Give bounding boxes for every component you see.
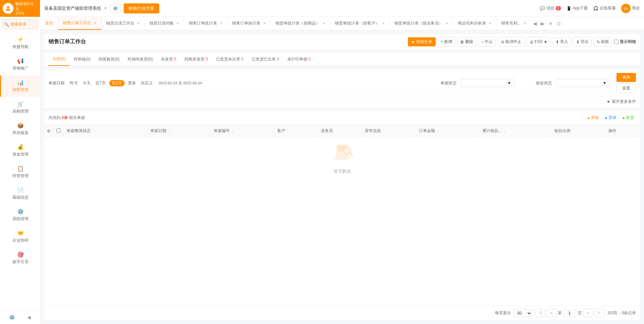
tab-order-stats[interactable]: 销售订单统计表 ✕ bbox=[184, 17, 227, 30]
show-detail-checkbox[interactable]: 显示明细 bbox=[614, 39, 636, 45]
page-size-select[interactable]: 50 100 200 bbox=[514, 309, 532, 317]
sidebar-item-operations[interactable]: 📋 经营管理 bbox=[0, 161, 40, 183]
status-select[interactable]: ▼ bbox=[461, 79, 514, 87]
tab-close-profit-analysis[interactable]: ✕ bbox=[489, 22, 491, 25]
sort-number-icon[interactable]: ↕ bbox=[232, 129, 233, 133]
date-custom[interactable]: 自定义 bbox=[139, 80, 154, 87]
user-item[interactable]: Ea 用友 bbox=[621, 4, 640, 13]
sort-collected-icon[interactable]: ↕ bbox=[504, 129, 506, 133]
system-dropdown-icon[interactable]: ▼ bbox=[104, 6, 107, 10]
filter-tab-shipped-out[interactable]: 已发货已出库 0 bbox=[248, 53, 283, 66]
sidebar-item-newbie[interactable]: 🎯 新手引导 bbox=[0, 247, 40, 269]
date-today[interactable]: 今天 bbox=[81, 80, 92, 87]
sort-date-icon[interactable]: ↕ bbox=[168, 129, 170, 133]
tab-cash-daily[interactable]: 钱货日清工作台 ✕ bbox=[101, 17, 145, 30]
tab-close-reconcile[interactable]: ✕ bbox=[176, 22, 179, 25]
tab-close-ship-stats-customer[interactable]: ✕ bbox=[382, 22, 385, 25]
print-button[interactable]: 🖨 打印 ▼ bbox=[526, 37, 551, 47]
message-item[interactable]: 💬 消息 6 bbox=[540, 5, 561, 11]
date-more[interactable]: 更多 bbox=[127, 80, 137, 87]
delete-button[interactable]: 🗑 删除 bbox=[457, 37, 476, 47]
sidebar-item-finance[interactable]: 💰 资金管理 bbox=[0, 140, 40, 161]
sidebar-item-basic-info[interactable]: 📄 基础信息 bbox=[0, 183, 40, 204]
online-service-item[interactable]: 🎧 在线客服 bbox=[593, 5, 616, 11]
tab-ship-stats-salesperson[interactable]: 销货单统计表（按业务员） ✕ bbox=[390, 17, 453, 30]
smart-order-button[interactable]: ★ 智能生单 bbox=[408, 37, 436, 46]
add-button[interactable]: + 新增 bbox=[438, 37, 455, 47]
date-yesterday[interactable]: 昨天 bbox=[69, 80, 79, 87]
sort-amount-icon[interactable]: ↕ bbox=[437, 129, 439, 133]
filter-tab-shipped-not-out[interactable]: 已发货未出库 0 bbox=[212, 53, 248, 66]
query-button[interactable]: 查询 bbox=[616, 73, 636, 82]
sidebar-item-system[interactable]: ⚙️ 系统管理 bbox=[0, 204, 40, 226]
sort-customer-icon[interactable]: ↕ bbox=[287, 129, 289, 133]
unaudit-action-button[interactable]: ● 弃审 bbox=[603, 114, 618, 122]
first-page-button[interactable]: 《 bbox=[535, 309, 545, 317]
sidebar-item-enterprise[interactable]: 🤝 企业协同 bbox=[0, 226, 40, 247]
sidebar-item-sales[interactable]: 📊 销售管理 bbox=[0, 75, 40, 97]
page-number-input[interactable] bbox=[563, 310, 576, 317]
tab-prev-button[interactable]: ◀ bbox=[531, 18, 539, 29]
search-menu-button[interactable]: 🔍 搜索菜单 bbox=[2, 19, 38, 29]
sort-status-icon[interactable]: ↕ bbox=[93, 129, 94, 133]
tab-ship-stats-customer[interactable]: 销货单统计表（按客户） ✕ bbox=[330, 17, 390, 30]
tab-sales-profit[interactable]: 销售毛利... ✕ bbox=[497, 17, 531, 30]
tab-close-ship-stats-salesperson[interactable]: ✕ bbox=[445, 22, 448, 25]
tab-sales-workbench[interactable]: 销售订单工作台 ✕ bbox=[58, 17, 101, 30]
app-download-item[interactable]: 📱 App下载 bbox=[566, 5, 588, 11]
sidebar-search[interactable]: 🔍 搜索菜单 bbox=[0, 17, 40, 32]
export-button[interactable]: ⬇ 导出 bbox=[573, 37, 592, 47]
table-scroll-area[interactable]: ⚙ 单据整体状态 ↕ 单据日期 ↕ 单据编号 ↕ 客户 ↕ 业务员 异常信息 订… bbox=[44, 125, 640, 306]
tab-home[interactable]: 首页 bbox=[40, 17, 58, 30]
filter-tab-not-shipped[interactable]: 未发货 0 bbox=[157, 53, 180, 66]
import-button[interactable]: ⬆ 导入 bbox=[553, 37, 571, 47]
cancel-stop-button[interactable]: ⊘ 取消中止 bbox=[498, 37, 524, 47]
stop-button[interactable]: ○ 中止 bbox=[478, 37, 496, 47]
refresh-button[interactable]: ↻ 刷新 bbox=[594, 37, 612, 47]
ship-action-button[interactable]: ● 发货 bbox=[620, 114, 636, 122]
tab-ship-stats-product[interactable]: 销货单统计表（按商品） ✕ bbox=[271, 17, 330, 30]
settings-filter-button[interactable]: 设置 bbox=[616, 83, 636, 93]
sidebar-item-marketing[interactable]: 📢 营销推广 bbox=[0, 54, 40, 75]
collapse-button[interactable]: ◀ bbox=[26, 313, 32, 321]
prev-page-button[interactable]: ＜ bbox=[546, 309, 556, 317]
tab-close-sales-profit[interactable]: ✕ bbox=[523, 22, 526, 25]
delete-icon: 🗑 bbox=[460, 40, 464, 44]
select-all-checkbox[interactable] bbox=[56, 128, 61, 133]
filter-tab-pending-audit[interactable]: 待审核(0) bbox=[70, 53, 95, 66]
last-page-button[interactable]: 》 bbox=[595, 309, 605, 317]
tab-profit-analysis[interactable]: 商品毛利分析表 ✕ bbox=[453, 17, 497, 30]
tab-close-cash-daily[interactable]: ✕ bbox=[137, 22, 140, 25]
next-page-button[interactable]: ＞ bbox=[583, 309, 593, 317]
filter-tab-pending-inspect[interactable]: 待拣验货(0) bbox=[94, 53, 124, 66]
payment-select[interactable]: ▼ bbox=[556, 79, 610, 87]
tab-close-sales-workbench[interactable]: ✕ bbox=[94, 21, 96, 25]
sidebar-item-purchase[interactable]: 🛒 采购管理 bbox=[0, 97, 40, 118]
tab-next-button[interactable]: ▶ bbox=[539, 18, 547, 29]
system-title: 装备及固定资产辅助管理系统 bbox=[44, 5, 101, 11]
show-detail-input[interactable] bbox=[614, 40, 618, 44]
filter-tab-wangpu-ship[interactable]: 旺铺待发货(0) bbox=[124, 53, 157, 66]
date-7days[interactable]: 近7天 bbox=[94, 80, 107, 87]
tab-close-order-exec[interactable]: ✕ bbox=[263, 22, 266, 25]
app-logo: 畅捷通好生意 标准版 bbox=[0, 0, 40, 17]
date-1month[interactable]: 近1月 bbox=[109, 80, 125, 86]
industry-button[interactable]: 体验行业方案 bbox=[124, 3, 159, 13]
settings-bottom-button[interactable]: ⚙️ bbox=[8, 313, 16, 321]
filter-tab-not-printed[interactable]: 未打印单据 0 bbox=[283, 53, 315, 66]
expand-more-btn[interactable]: ▼ 展开更多条件 bbox=[606, 99, 636, 105]
filter-tab-all[interactable]: 全部(0) bbox=[48, 53, 70, 66]
tab-close-order-stats[interactable]: ✕ bbox=[220, 22, 222, 25]
tab-close-ship-stats-product[interactable]: ✕ bbox=[323, 22, 325, 25]
tab-order-exec[interactable]: 销售订单执行表 ✕ bbox=[227, 17, 271, 30]
tab-reconcile[interactable]: 钱货日清对账 ✕ bbox=[145, 17, 184, 30]
sidebar-item-quick-nav[interactable]: ⚡ 快捷导航 bbox=[0, 32, 40, 54]
col-settings[interactable]: ⚙ bbox=[44, 125, 54, 137]
settings-button[interactable]: ⚙️ bbox=[110, 4, 121, 13]
tab-close-all-button[interactable]: ✕ bbox=[547, 18, 555, 29]
col-checkbox[interactable] bbox=[54, 125, 64, 137]
audit-action-button[interactable]: ● 审核 bbox=[585, 114, 601, 122]
sidebar-item-inventory[interactable]: 📦 库存核算 bbox=[0, 118, 40, 140]
tab-maximize-button[interactable]: ⊡ bbox=[555, 18, 563, 29]
filter-tab-overdue-ship[interactable]: 到期未发货 0 bbox=[180, 53, 212, 66]
